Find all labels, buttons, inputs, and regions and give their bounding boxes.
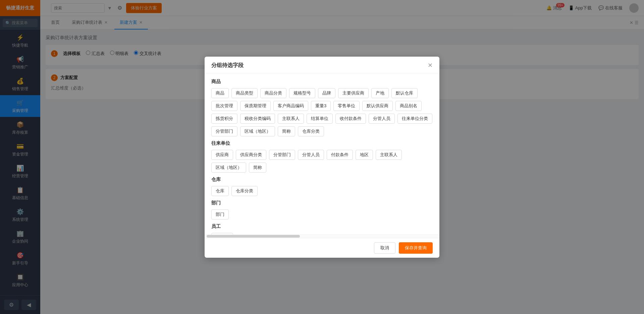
- field-tag-product-5[interactable]: 主要供应商: [338, 88, 369, 98]
- field-tag-department-0[interactable]: 部门: [211, 209, 229, 219]
- section-title-partner: 往来单位: [211, 140, 433, 146]
- field-tag-product-24[interactable]: 简称: [278, 126, 295, 136]
- field-tag-product-23[interactable]: 区域（地区）: [240, 126, 275, 136]
- field-tag-partner-5[interactable]: 地区: [356, 150, 373, 160]
- modal-header: 分组待选字段 ✕: [205, 57, 439, 73]
- confirm-button[interactable]: 保存并查询: [399, 242, 433, 254]
- field-tag-product-12[interactable]: 零售单位: [333, 101, 360, 111]
- field-tag-product-11[interactable]: 重量3: [311, 101, 331, 111]
- field-tags-department: 部门: [211, 209, 433, 219]
- modal-title: 分组待选字段: [211, 62, 244, 69]
- field-tag-partner-2[interactable]: 分管部门: [269, 150, 295, 160]
- field-tag-partner-6[interactable]: 主联系人: [376, 150, 402, 160]
- field-tags-product: 商品商品类型商品分类规格型号品牌主要供应商产地默认仓库批次管理保质期管理客户商品…: [211, 88, 433, 136]
- field-tag-product-21[interactable]: 往来单位分类: [397, 114, 432, 124]
- field-tag-product-15[interactable]: 拣货积分: [211, 114, 237, 124]
- field-tag-warehouse-0[interactable]: 仓库: [211, 186, 229, 196]
- field-tag-product-19[interactable]: 收付款条件: [335, 114, 366, 124]
- section-title-employee: 员工: [211, 224, 433, 230]
- field-tag-product-10[interactable]: 客户商品编码: [273, 101, 308, 111]
- modal-footer: 取消 保存并查询: [205, 238, 439, 258]
- field-tag-product-8[interactable]: 批次管理: [211, 101, 237, 111]
- field-tag-partner-8[interactable]: 简称: [249, 163, 266, 173]
- section-title-warehouse: 仓库: [211, 177, 433, 183]
- field-tag-product-6[interactable]: 产地: [371, 88, 389, 98]
- field-tag-partner-0[interactable]: 供应商: [211, 150, 233, 160]
- section-title-department: 部门: [211, 200, 433, 206]
- field-tag-product-14[interactable]: 商品别名: [395, 101, 422, 111]
- field-tag-product-20[interactable]: 分管人员: [369, 114, 395, 124]
- field-tag-product-7[interactable]: 默认仓库: [391, 88, 418, 98]
- field-tag-warehouse-1[interactable]: 仓库分类: [231, 186, 258, 196]
- field-tag-partner-1[interactable]: 供应商分类: [236, 150, 266, 160]
- field-tags-partner: 供应商供应商分类分管部门分管人员付款条件地区主联系人区域（地区）简称: [211, 150, 433, 173]
- field-tag-product-17[interactable]: 主联系人: [278, 114, 304, 124]
- field-tag-product-1[interactable]: 商品类型: [231, 88, 258, 98]
- field-tag-product-4[interactable]: 品牌: [318, 88, 335, 98]
- field-tag-product-16[interactable]: 税收分类编码: [240, 114, 275, 124]
- modal-hscroll-thumb: [207, 235, 300, 238]
- field-select-modal: 分组待选字段 ✕ 商品商品商品类型商品分类规格型号品牌主要供应商产地默认仓库批次…: [205, 57, 439, 258]
- field-tag-product-2[interactable]: 商品分类: [260, 88, 286, 98]
- cancel-button[interactable]: 取消: [374, 242, 395, 254]
- modal-close-btn[interactable]: ✕: [428, 62, 433, 68]
- modal-hscroll[interactable]: [205, 235, 439, 238]
- field-tags-warehouse: 仓库仓库分类: [211, 186, 433, 196]
- modal-overlay: 分组待选字段 ✕ 商品商品商品类型商品分类规格型号品牌主要供应商产地默认仓库批次…: [0, 0, 644, 314]
- field-tag-product-3[interactable]: 规格型号: [289, 88, 315, 98]
- section-title-product: 商品: [211, 79, 433, 85]
- field-tag-product-0[interactable]: 商品: [211, 88, 229, 98]
- field-tag-partner-7[interactable]: 区域（地区）: [211, 163, 246, 173]
- field-tag-product-22[interactable]: 分管部门: [211, 126, 237, 136]
- field-tag-partner-4[interactable]: 付款条件: [327, 150, 353, 160]
- field-tag-partner-3[interactable]: 分管人员: [298, 150, 324, 160]
- field-tag-product-9[interactable]: 保质期管理: [240, 101, 271, 111]
- field-tag-product-25[interactable]: 仓库分类: [298, 126, 324, 136]
- modal-body: 商品商品商品类型商品分类规格型号品牌主要供应商产地默认仓库批次管理保质期管理客户…: [205, 73, 439, 235]
- field-tag-product-18[interactable]: 结算单位: [307, 114, 333, 124]
- field-tag-product-13[interactable]: 默认供应商: [362, 101, 393, 111]
